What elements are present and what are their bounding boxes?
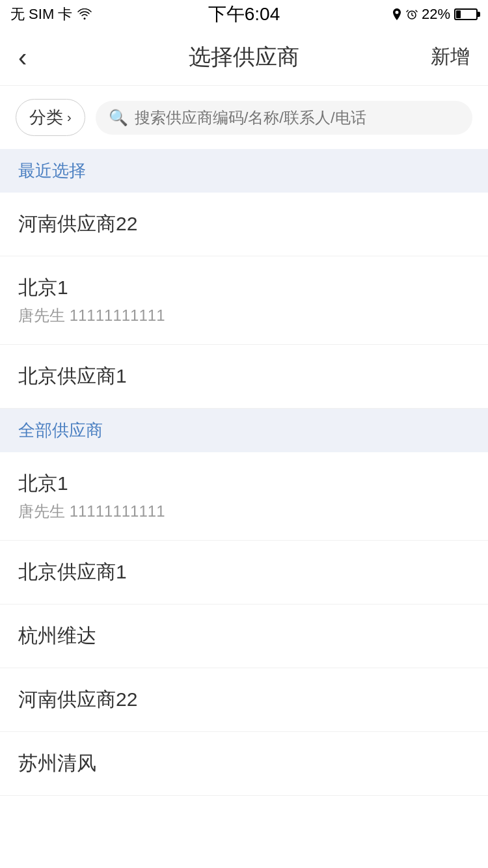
status-left: 无 SIM 卡 [10, 5, 92, 24]
list-item[interactable]: 苏州清风 [0, 732, 488, 796]
list-item[interactable]: 北京1唐先生 11111111111 [0, 256, 488, 345]
search-input[interactable] [135, 109, 459, 127]
all-list: 北京1唐先生 11111111111北京供应商1杭州维达河南供应商22苏州清风 [0, 452, 488, 796]
alarm-icon [406, 8, 418, 20]
item-sub: 唐先生 11111111111 [18, 501, 470, 522]
status-time: 下午6:04 [208, 2, 280, 27]
battery-icon [454, 8, 478, 20]
item-sub: 唐先生 11111111111 [18, 305, 470, 326]
list-item[interactable]: 北京供应商1 [0, 541, 488, 604]
recent-section-header: 最近选择 [0, 149, 488, 193]
nav-bar: ‹ 选择供应商 新增 [0, 29, 488, 86]
back-button[interactable]: ‹ [18, 44, 27, 70]
recent-list: 河南供应商22北京1唐先生 11111111111北京供应商1 [0, 193, 488, 409]
item-name: 北京供应商1 [18, 559, 470, 586]
item-name: 河南供应商22 [18, 686, 470, 713]
list-item[interactable]: 北京1唐先生 11111111111 [0, 452, 488, 541]
item-name: 河南供应商22 [18, 211, 470, 237]
category-label: 分类 [29, 106, 63, 129]
location-icon [392, 8, 402, 20]
item-name: 北京供应商1 [18, 363, 470, 390]
item-name: 北京1 [18, 275, 470, 301]
page-title: 选择供应商 [189, 42, 299, 72]
chevron-right-icon: › [67, 110, 72, 125]
item-name: 杭州维达 [18, 623, 470, 649]
battery-percent: 22% [422, 6, 450, 23]
recent-section-label: 最近选择 [18, 161, 86, 180]
filter-bar: 分类 › 🔍 [0, 86, 488, 149]
list-item[interactable]: 北京供应商1 [0, 345, 488, 409]
search-icon: 🔍 [109, 109, 128, 127]
list-item[interactable]: 河南供应商22 [0, 668, 488, 732]
wifi-icon [77, 8, 92, 20]
all-section-label: 全部供应商 [18, 420, 103, 440]
category-filter-button[interactable]: 分类 › [16, 99, 85, 136]
list-item[interactable]: 杭州维达 [0, 604, 488, 668]
item-name: 苏州清风 [18, 750, 470, 777]
carrier-text: 无 SIM 卡 [10, 5, 72, 24]
status-right: 22% [392, 6, 478, 23]
status-bar: 无 SIM 卡 下午6:04 22% [0, 0, 488, 29]
all-section-header: 全部供应商 [0, 409, 488, 452]
search-box[interactable]: 🔍 [96, 101, 472, 135]
list-item[interactable]: 河南供应商22 [0, 193, 488, 256]
add-button[interactable]: 新增 [431, 44, 470, 70]
item-name: 北京1 [18, 470, 470, 497]
